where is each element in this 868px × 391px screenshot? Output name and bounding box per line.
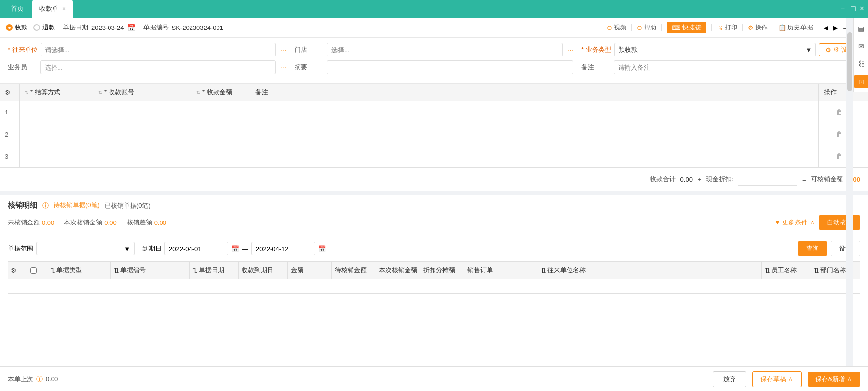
view-right-button[interactable]: ▶ xyxy=(833,24,838,31)
equals-sign: = xyxy=(802,176,806,183)
td-row1-amount[interactable] xyxy=(191,101,250,123)
note-input[interactable] xyxy=(614,60,860,74)
select-all-checkbox[interactable] xyxy=(30,267,37,274)
td-row1-settlement[interactable] xyxy=(20,101,93,123)
calendar-to-icon[interactable]: 📅 xyxy=(318,245,326,252)
discount-input[interactable] xyxy=(738,173,797,186)
sort-icon2: ⇅ xyxy=(114,267,119,274)
footer: 本单上次 ⓘ 0.00 放弃 保存草稿 ∧ 保存&新增 ∧ xyxy=(0,366,868,391)
range-field: 单据范围 ▼ xyxy=(8,242,135,255)
counterpart-more-icon[interactable]: ··· xyxy=(281,46,287,54)
radio-refund-label: 退款 xyxy=(42,23,55,32)
td-row1-note[interactable] xyxy=(250,101,819,123)
td-row2-settlement[interactable] xyxy=(20,123,93,145)
th-amount-label: * 收款金额 xyxy=(202,88,232,97)
verify-info-icon[interactable]: ⓘ xyxy=(42,201,49,210)
store-more-icon[interactable]: ··· xyxy=(568,46,573,54)
td-row3-account[interactable] xyxy=(93,145,191,167)
bth-sales-order: 销售订单 xyxy=(464,262,538,279)
tab-home[interactable]: 首页 xyxy=(4,0,30,18)
close-button[interactable]: × xyxy=(860,4,864,13)
counterpart-input[interactable] xyxy=(41,43,276,56)
range-select[interactable]: ▼ xyxy=(36,242,135,255)
query-button[interactable]: 查询 xyxy=(798,241,827,256)
view-left-button[interactable]: ◀ xyxy=(823,24,828,31)
more-conditions-button[interactable]: ▼ 更多条件 ∧ xyxy=(774,218,815,227)
date-from-input[interactable] xyxy=(164,242,228,255)
sidebar-icon-3[interactable]: ⛓ xyxy=(854,57,868,71)
pending-tab-link[interactable]: 待核销单据(0笔) xyxy=(54,201,100,210)
table-row: 1 🗑 ⧉ xyxy=(0,101,868,123)
footer-info-icon[interactable]: ⓘ xyxy=(36,375,43,384)
shortcut-button[interactable]: ⌨ 快捷键 xyxy=(667,22,706,33)
diff-label: 核销差额 xyxy=(127,218,152,227)
tab-active-label: 收款单 xyxy=(39,0,58,18)
delete-row3-button[interactable]: 🗑 xyxy=(836,152,842,160)
salesperson-input[interactable] xyxy=(40,60,276,74)
maximize-button[interactable]: □ xyxy=(851,4,856,13)
radio-collect[interactable]: 收款 xyxy=(6,23,27,32)
td-row3-amount[interactable] xyxy=(191,145,250,167)
range-label: 单据范围 xyxy=(8,244,33,253)
video-icon: ⊙ xyxy=(607,24,612,31)
discard-button[interactable]: 放弃 xyxy=(713,371,746,387)
history-link[interactable]: 📋 历史单据 xyxy=(778,23,813,32)
tab-close-button[interactable]: × xyxy=(62,0,66,18)
minimize-button[interactable]: － xyxy=(839,4,847,14)
th-account-label: * 收款账号 xyxy=(104,88,134,97)
radio-refund-dot xyxy=(33,24,40,31)
td-row2-note[interactable] xyxy=(250,123,819,145)
divider4 xyxy=(742,24,743,31)
carry-over-value: 0.00 xyxy=(46,375,58,383)
right-scrollbar[interactable] xyxy=(846,18,853,391)
tab-active[interactable]: 收款单 × xyxy=(32,0,73,18)
print-link[interactable]: 🖨 打印 xyxy=(717,23,737,32)
th-gear[interactable]: ⚙ xyxy=(0,84,20,101)
divider1 xyxy=(631,24,632,31)
summary-label: 摘要 xyxy=(295,63,324,72)
radio-refund[interactable]: 退款 xyxy=(33,23,55,32)
help-link[interactable]: ⊙ 帮助 xyxy=(637,23,656,32)
th-settlement: ⇅ * 结算方式 xyxy=(20,84,93,101)
form-row-1: * 往来单位 ··· 门店 ··· * 业务类型 预收款 ▼ ⚙ ⚙ 设置 xyxy=(8,43,860,56)
video-link[interactable]: ⊙ 视频 xyxy=(607,23,626,32)
td-row3-note[interactable] xyxy=(250,145,819,167)
salesperson-more-icon[interactable]: ··· xyxy=(281,63,287,71)
sidebar-icon-4[interactable]: ⊡ xyxy=(854,75,868,88)
auto-verify-button[interactable]: 自动核销 xyxy=(819,215,860,230)
th-operations-label: 操作 xyxy=(824,88,837,97)
completed-tab-link[interactable]: 已核销单据(0笔) xyxy=(105,201,151,210)
scrollbar-thumb[interactable] xyxy=(847,32,852,91)
bth-due-date-label: 收款到期日 xyxy=(242,266,273,275)
calendar-icon[interactable]: 📅 xyxy=(127,24,136,31)
divider6 xyxy=(818,24,818,31)
bth-gear[interactable]: ⚙ xyxy=(8,262,27,279)
summary-input[interactable] xyxy=(327,60,573,74)
td-row2-account[interactable] xyxy=(93,123,191,145)
store-input[interactable] xyxy=(327,43,563,56)
salesperson-label: 业务员 xyxy=(8,63,37,72)
save-draft-button[interactable]: 保存草稿 ∧ xyxy=(752,371,802,387)
unchecked-label: 未核销金额 xyxy=(8,218,40,227)
td-row2-amount[interactable] xyxy=(191,123,250,145)
delete-row1-button[interactable]: 🗑 xyxy=(836,108,842,116)
summary-row: 收款合计 0.00 + 现金折扣: = 可核销金额 0.00 xyxy=(0,168,868,191)
bth-doc-number-label: 单据编号 xyxy=(120,266,146,275)
date-to-input[interactable] xyxy=(251,242,315,255)
save-new-button[interactable]: 保存&新增 ∧ xyxy=(808,372,860,387)
bottom-table-body xyxy=(8,279,860,294)
delete-row2-button[interactable]: 🗑 xyxy=(836,130,842,138)
bth-employee-label: 员工名称 xyxy=(771,266,797,275)
calendar-from-icon[interactable]: 📅 xyxy=(231,245,239,252)
verify-settings-button[interactable]: 设置 xyxy=(831,241,860,256)
sidebar-icon-1[interactable]: ▤ xyxy=(854,22,868,35)
business-type-select[interactable]: 预收款 ▼ xyxy=(614,43,816,56)
number-value: SK-20230324-001 xyxy=(172,24,224,31)
bth-checkbox[interactable] xyxy=(27,262,47,279)
operations-link[interactable]: ⚙ 操作 xyxy=(748,23,768,32)
td-row1-account[interactable] xyxy=(93,101,191,123)
carry-over-info: 本单上次 ⓘ 0.00 xyxy=(8,375,58,384)
td-row3-settlement[interactable] xyxy=(20,145,93,167)
bth-sales-order-label: 销售订单 xyxy=(467,266,493,275)
sidebar-icon-2[interactable]: ✉ xyxy=(854,39,868,53)
